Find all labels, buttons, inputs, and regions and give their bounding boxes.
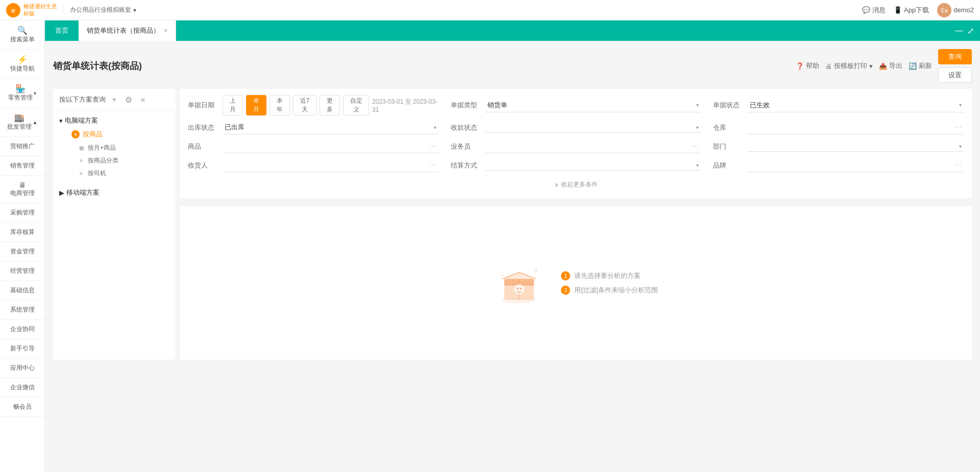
tab-active[interactable]: 销货单统计表（按商品） × — [79, 20, 176, 41]
dots-icon[interactable]: ··· — [692, 141, 699, 151]
svg-point-9 — [520, 288, 522, 289]
sidebar-appstore-label: 应用中心 — [2, 364, 42, 372]
sidebar-item-inventory[interactable]: 库存核算 — [0, 223, 44, 242]
chevron-up-icon: ∧ — [554, 181, 559, 188]
chevron-down-icon: ▾ — [34, 90, 36, 96]
collapse-conditions-btn[interactable]: ∧ 收起更多条件 — [188, 177, 964, 192]
user-btn[interactable]: Ea demo2 — [937, 3, 974, 17]
receipt-status-select[interactable]: ▾ — [485, 123, 701, 133]
mobile-icon: 📱 — [894, 6, 902, 14]
scheme-pc-title[interactable]: ▾ 电脑端方案 — [59, 114, 169, 127]
doc-status-select[interactable]: 已生效 ▾ — [748, 99, 964, 112]
query-button[interactable]: 查询 — [938, 49, 972, 64]
sidebar-purchase-label: 采购管理 — [2, 208, 42, 217]
tab-close-icon[interactable]: × — [164, 27, 167, 34]
sidebar-item-sales[interactable]: 销售管理 — [0, 156, 44, 176]
dots-icon[interactable]: ··· — [955, 160, 962, 170]
sidebar-item-wholesale[interactable]: 🏬 批发管理 ▲ — [0, 108, 44, 137]
sidebar: 🔍 搜索菜单 ⚡ 快捷导航 🏪 零售管理 ▾ 🏬 批发管理 ▲ 营销推广 销售管… — [0, 20, 45, 472]
svg-text:✦: ✦ — [500, 274, 503, 277]
empty-tip-2: 2 用[过滤]条件来缩小分析范围 — [561, 286, 657, 295]
message-btn[interactable]: 💬 消息 — [862, 6, 886, 15]
date-more-btn[interactable]: 更多 — [320, 95, 340, 115]
tab-home[interactable]: 首页 — [45, 20, 79, 41]
filter-cell-date: 单据日期 上月 本月 本年 近7天 更多 自定义 2023-03-01 至 20… — [188, 95, 438, 115]
filter-cell-recipient: 收货人 ··· — [188, 158, 438, 172]
help-btn[interactable]: ❓ 帮助 — [796, 61, 819, 70]
settings-button[interactable]: 设置 — [938, 67, 972, 83]
scheme-item-by-month-goods[interactable]: ▦ 按月+商品 — [59, 141, 169, 154]
sidebar-item-operations[interactable]: 经营管理 — [0, 262, 44, 281]
help-icon: ❓ — [796, 62, 804, 70]
chevron-down-icon: ▾ — [133, 7, 136, 14]
app-download-label: App下载 — [904, 6, 929, 15]
date-current-month-btn[interactable]: 本月 — [246, 95, 266, 115]
sidebar-item-finance[interactable]: 资金管理 — [0, 242, 44, 262]
scheme-collapse-btn[interactable]: « — [137, 94, 149, 105]
dots-icon[interactable]: ··· — [955, 123, 962, 132]
tab-maximize-btn[interactable]: ⤢ — [967, 26, 974, 36]
svg-text:好: 好 — [11, 9, 16, 13]
scheme-settings-btn[interactable]: ⚙ — [123, 94, 134, 105]
goods-label: 商品 — [188, 142, 218, 151]
export-btn[interactable]: 📤 导出 — [879, 61, 902, 70]
avatar: Ea — [937, 3, 951, 17]
filter-cell-warehouse: 仓库 ··· — [713, 121, 964, 134]
empty-illustration: ✦ ✦ — [494, 257, 545, 309]
warehouse-select[interactable]: ··· — [748, 121, 964, 134]
refresh-btn[interactable]: 🔄 刷新 — [909, 61, 932, 70]
sidebar-item-guide[interactable]: 新手引导 — [0, 339, 44, 359]
tab-bar-actions: — ⤢ — [955, 26, 980, 36]
sidebar-member-label: 畅会员 — [2, 403, 42, 411]
goods-select[interactable]: ··· — [223, 139, 438, 153]
sidebar-item-enterprise-wechat[interactable]: 企业微信 — [0, 378, 44, 397]
filter-cell-receiptstatus: 收款状态 ▾ — [451, 123, 701, 133]
app-download-btn[interactable]: 📱 App下载 — [894, 6, 929, 15]
recipient-select[interactable]: ··· — [223, 158, 438, 172]
sidebar-item-purchase[interactable]: 采购管理 — [0, 203, 44, 223]
scheme-item-by-goods[interactable]: ● 按商品 — [59, 127, 169, 141]
dots-icon[interactable]: ··· — [429, 160, 436, 170]
out-status-select[interactable]: 已出库 ▾ — [223, 121, 438, 134]
scheme-header: 按以下方案查询 + ⚙ « — [53, 89, 176, 111]
sidebar-item-marketing[interactable]: 营销推广 — [0, 137, 44, 156]
filter-cell-goods: 商品 ··· — [188, 139, 438, 153]
sidebar-item-appstore[interactable]: 应用中心 — [0, 359, 44, 378]
sidebar-item-quick-nav[interactable]: ⚡ 快捷导航 — [0, 50, 44, 79]
brand-select[interactable]: ··· — [748, 158, 964, 172]
dots-icon[interactable]: ··· — [429, 141, 436, 151]
recipient-label: 收货人 — [188, 161, 218, 170]
sidebar-item-system[interactable]: 系统管理 — [0, 300, 44, 320]
chevron-down-icon: ▾ — [696, 162, 699, 168]
scheme-item-by-category[interactable]: ≡ 按商品分类 — [59, 154, 169, 167]
scheme-mobile-title[interactable]: ▶ 移动端方案 — [59, 186, 169, 199]
print-btn[interactable]: 🖨 按模板打印 ▾ — [825, 61, 873, 70]
sidebar-item-basic[interactable]: 基础信息 — [0, 281, 44, 300]
app-selector[interactable]: 办公用品行业模拟账套 ▾ — [63, 6, 136, 14]
svg-point-7 — [514, 285, 524, 295]
sidebar-item-ecommerce[interactable]: 🖥 电商管理 — [0, 176, 44, 203]
salesman-select[interactable]: ··· — [485, 139, 701, 153]
warehouse-label: 仓库 — [713, 123, 744, 132]
payment-select[interactable]: ▾ — [485, 160, 701, 171]
chevron-down-icon: ▾ — [696, 125, 699, 130]
sidebar-item-member[interactable]: 畅会员 — [0, 397, 44, 417]
dept-select[interactable]: ▾ — [748, 141, 964, 152]
scheme-item-by-driver[interactable]: ≡ 按司机 — [59, 167, 169, 180]
page-title: 销货单统计表(按商品) — [53, 60, 142, 72]
tab-minimize-btn[interactable]: — — [955, 26, 963, 35]
sidebar-item-enterprise[interactable]: 企业协同 — [0, 320, 44, 339]
doc-type-select[interactable]: 销货单 ▾ — [485, 99, 701, 112]
date-last-month-btn[interactable]: 上月 — [223, 95, 243, 115]
sidebar-item-search[interactable]: 🔍 搜索菜单 — [0, 20, 44, 50]
date-range-text: 2023-03-01 至 2023-03-31 — [372, 98, 438, 113]
tip-num-1: 1 — [561, 271, 570, 280]
query-btns: 查询 设置 — [938, 49, 972, 83]
content-area: 首页 销货单统计表（按商品） × — ⤢ 销货单统计表(按商品) ❓ 帮助 — [45, 20, 980, 472]
out-status-value: 已出库 — [225, 123, 432, 132]
date-current-year-btn[interactable]: 本年 — [270, 95, 290, 115]
sidebar-item-retail[interactable]: 🏪 零售管理 ▾ — [0, 79, 44, 108]
scheme-add-btn[interactable]: + — [109, 94, 120, 105]
date-custom-btn[interactable]: 自定义 — [343, 95, 369, 115]
date-last7-btn[interactable]: 近7天 — [293, 95, 316, 115]
